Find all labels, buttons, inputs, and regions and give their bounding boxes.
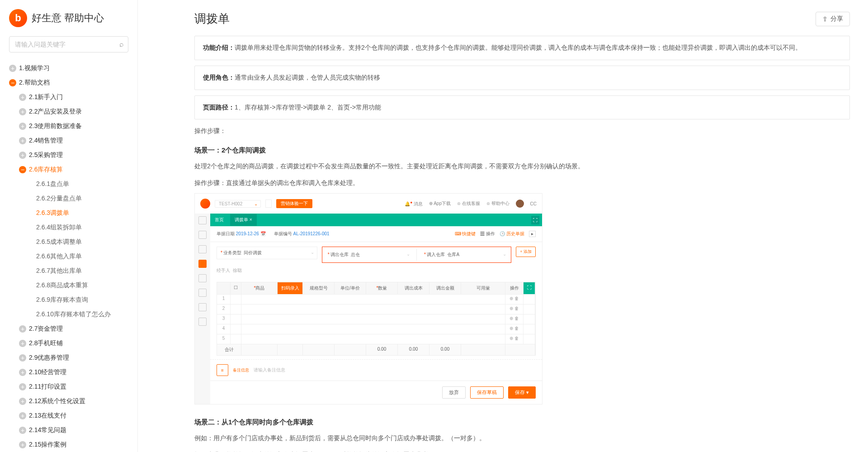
- mock-side-icon: [198, 303, 207, 311]
- nav-2-6-3[interactable]: 2.6.3调拨单: [9, 205, 128, 220]
- scenario-2-p2: 操作步骤：将单据明细中的调入仓库设置为显示，同时将单据头的调入仓设置为非必录。: [194, 449, 850, 452]
- nav-2-6-1[interactable]: 2.6.1盘点单: [9, 176, 128, 191]
- mock-highlight-box: *调出仓库 总仓 *调入仓库 仓库A: [322, 247, 511, 263]
- screenshot-1: TEST-H002 营销体验一下 🔔● 消息 ⊕ App下载 ⊙ 在线客服 ⊙ …: [194, 193, 542, 404]
- nav-tree: +1.视频学习 −2.帮助文档 +2.1新手入门 +2.2产品安装及登录 +2.…: [9, 61, 128, 452]
- mock-list-icon: [265, 200, 272, 208]
- mock-note-icon: ≡: [217, 364, 228, 376]
- search-input[interactable]: [9, 36, 128, 52]
- mock-bell-icon: 🔔● 消息: [405, 200, 423, 207]
- nav-2-6-9[interactable]: 2.6.9库存账本查询: [9, 292, 128, 307]
- scenario-1-p1: 处理2个仓库之间的商品调拨，在调拨过程中不会发生商品数量的不一致性。主要处理近距…: [194, 160, 850, 172]
- nav-2-14[interactable]: +2.14常见问题: [9, 423, 128, 437]
- scenario-1-title: 场景一：2个仓库间调拨: [194, 146, 850, 155]
- mock-sidebar: [195, 214, 210, 404]
- nav-2-6-2[interactable]: 2.6.2分量盘点单: [9, 191, 128, 205]
- scenario-2-p1: 例如：用户有多个门店或办事处，新品到货后，需要从总仓同时向多个门店或办事处调拨。…: [194, 432, 850, 444]
- mock-side-active-icon: [198, 260, 207, 268]
- intro-box: 功能介绍：调拨单用来处理仓库间货物的转移业务。支持2个仓库间的调拨，也支持多个仓…: [194, 36, 850, 60]
- mock-draft-button: 保存草稿: [470, 386, 504, 399]
- nav-2-5[interactable]: +2.5采购管理: [9, 147, 128, 162]
- mock-side-home-icon: [198, 216, 207, 224]
- search-box: ⌕: [9, 36, 128, 52]
- role-box: 使用角色：通常由业务人员发起调拨，仓管人员完成实物的转移: [194, 66, 850, 90]
- nav-2-6-10[interactable]: 2.6.10库存账本错了怎么办: [9, 307, 128, 321]
- nav-2-15[interactable]: +2.15操作案例: [9, 437, 128, 452]
- steps-heading: 操作步骤：: [194, 125, 850, 137]
- nav-video[interactable]: +1.视频学习: [9, 61, 128, 75]
- logo-icon: b: [9, 9, 27, 27]
- nav-2-12[interactable]: +2.12系统个性化设置: [9, 394, 128, 408]
- nav-2-1[interactable]: +2.1新手入门: [9, 90, 128, 104]
- path-box: 页面路径：1、库存核算->库存管理->调拨单 2、首页->常用功能: [194, 95, 850, 120]
- nav-2-7[interactable]: +2.7资金管理: [9, 321, 128, 336]
- nav-2-2[interactable]: +2.2产品安装及登录: [9, 104, 128, 119]
- mock-side-icon: [198, 274, 207, 282]
- brand-row: b 好生意 帮助中心: [9, 9, 128, 27]
- mock-side-icon: [198, 289, 207, 297]
- scenario-2-title: 场景二：从1个仓库同时向多个仓库调拨: [194, 418, 850, 427]
- mock-save-button: 保存 ▾: [508, 386, 536, 399]
- mock-side-icon: [198, 318, 207, 326]
- nav-2-6-6[interactable]: 2.6.6其他入库单: [9, 249, 128, 263]
- mock-add-button: + 添加: [516, 247, 536, 257]
- mock-logo-icon: [200, 199, 210, 209]
- sidebar: b 好生意 帮助中心 ⌕ +1.视频学习 −2.帮助文档 +2.1新手入门 +2…: [0, 0, 138, 452]
- mock-tabs: 首页 调拨单 × ⛶: [210, 214, 542, 226]
- mock-avatar-icon: [516, 200, 524, 208]
- share-button[interactable]: ⇪ 分享: [816, 12, 850, 26]
- mock-expand-col-icon: ⛶: [524, 282, 535, 294]
- nav-2-4[interactable]: +2.4销售管理: [9, 133, 128, 147]
- scenario-1-p2: 操作步骤：直接通过单据头的调出仓库和调入仓库来处理。: [194, 177, 850, 189]
- mock-account-select: TEST-H002: [215, 200, 261, 208]
- nav-2-10[interactable]: +2.10经营管理: [9, 365, 128, 379]
- mock-app-link: ⊕ App下载: [429, 200, 451, 207]
- nav-2-6-7[interactable]: 2.6.7其他出库单: [9, 263, 128, 278]
- nav-2-13[interactable]: +2.13在线支付: [9, 408, 128, 423]
- mock-promo-button: 营销体验一下: [276, 199, 312, 208]
- nav-2-6[interactable]: −2.6库存核算: [9, 162, 128, 176]
- nav-2-6-4[interactable]: 2.6.4组装拆卸单: [9, 220, 128, 234]
- mock-service-link: ⊙ 在线客服: [457, 200, 480, 207]
- brand-title: 好生意 帮助中心: [32, 11, 104, 25]
- nav-2-9[interactable]: +2.9优惠券管理: [9, 350, 128, 365]
- nav-2-8[interactable]: +2.8手机旺铺: [9, 336, 128, 350]
- mock-username: CC: [530, 201, 537, 206]
- mock-discard-button: 放弃: [442, 386, 466, 399]
- mock-side-icon: [198, 245, 207, 253]
- main-content: 调拨单 ⇪ 分享 功能介绍：调拨单用来处理仓库间货物的转移业务。支持2个仓库间的…: [138, 0, 868, 452]
- nav-docs[interactable]: −2.帮助文档: [9, 75, 128, 90]
- nav-2-11[interactable]: +2.11打印设置: [9, 379, 128, 394]
- mock-expand-icon: ⛶: [531, 216, 539, 224]
- nav-2-3[interactable]: +2.3使用前数据准备: [9, 119, 128, 133]
- mock-help-link: ⊙ 帮助中心: [486, 200, 509, 207]
- page-title: 调拨单: [194, 11, 230, 27]
- share-icon: ⇪: [822, 15, 828, 23]
- search-icon[interactable]: ⌕: [119, 40, 124, 48]
- mock-side-icon: [198, 231, 207, 239]
- nav-2-6-8[interactable]: 2.6.8商品成本重算: [9, 278, 128, 292]
- nav-2-6-5[interactable]: 2.6.5成本调整单: [9, 234, 128, 249]
